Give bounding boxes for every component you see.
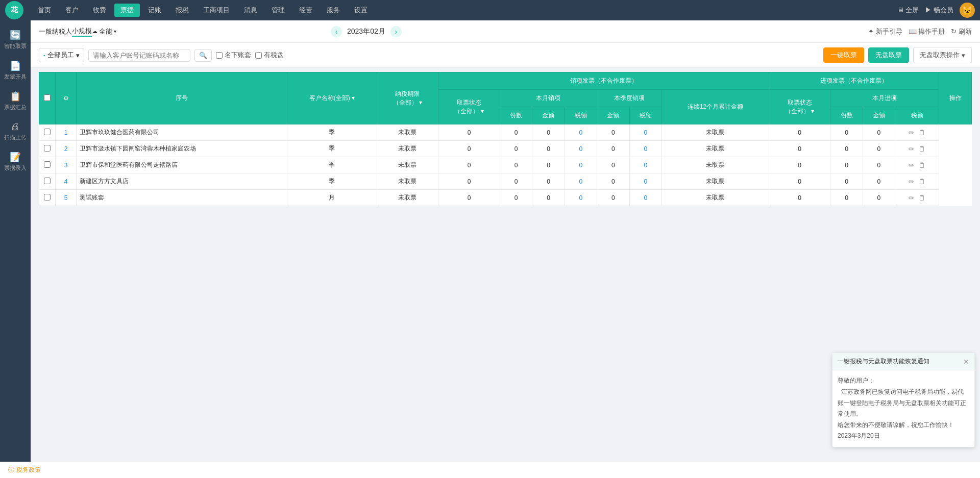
under-account-checkbox[interactable]: 名下账套: [216, 51, 251, 60]
edit-icon[interactable]: ✏: [909, 178, 915, 186]
detail-icon[interactable]: 🗒: [918, 194, 925, 202]
search-input[interactable]: [88, 49, 190, 62]
row-q-amount-link[interactable]: 0: [579, 162, 583, 169]
manual-btn[interactable]: 📖 操作手册: [909, 27, 945, 36]
has-disk-check[interactable]: [255, 52, 262, 59]
tab-small-scale[interactable]: 小规模: [72, 27, 92, 37]
row-q-amount-link[interactable]: 0: [579, 178, 583, 185]
sidebar-label-3: 扫描上传: [4, 134, 27, 141]
detail-icon[interactable]: 🗒: [918, 161, 925, 169]
th-checkbox: [39, 72, 56, 124]
sidebar-icon-1: 📄: [10, 60, 21, 71]
row-q-amount-link[interactable]: 0: [579, 145, 583, 153]
row-annual-link[interactable]: 0: [644, 129, 647, 136]
app-logo: 花: [5, 1, 23, 19]
fullscreen-btn[interactable]: 🖥 全屏: [897, 6, 919, 15]
sidebar-item-2[interactable]: 📋票据汇总: [0, 87, 31, 115]
row-client: 卫辉市保和堂医药有限公司走辖路店: [77, 157, 287, 173]
nav-item-报税[interactable]: 报税: [169, 4, 195, 17]
nav-item-经营[interactable]: 经营: [293, 4, 318, 17]
edit-icon[interactable]: ✏: [909, 145, 915, 153]
row-annual-link[interactable]: 0: [644, 194, 647, 202]
nav-item-首页[interactable]: 首页: [32, 4, 57, 17]
row-q-amount-link[interactable]: 0: [579, 129, 583, 136]
date-nav: ‹ 2023年02月 ›: [331, 26, 402, 37]
th-action: 操作: [939, 72, 972, 124]
search-button[interactable]: 🔍: [194, 49, 212, 62]
nav-item-收费[interactable]: 收费: [87, 4, 112, 17]
row-m-amount: 0: [500, 157, 532, 173]
sub-nav-left: 一般纳税人 小规模 ☁ 全能 ▾ ‹ 2023年02月 ›: [39, 26, 402, 37]
nav-item-票据[interactable]: 票据: [114, 4, 140, 17]
row-m-tax: 0: [532, 173, 565, 190]
row-q-tax: 0: [597, 190, 629, 206]
sidebar-icon-0: 🔄: [10, 30, 21, 41]
nav-item-服务[interactable]: 服务: [321, 4, 346, 17]
sidebar: 🔄智能取票📄发票开具📋票据汇总🖨扫描上传📝票据录入: [0, 20, 31, 478]
row-mi-amount: 0: [830, 124, 863, 141]
row-checkbox: [39, 157, 56, 173]
row-action: ✏ 🗒: [895, 141, 939, 157]
under-account-check[interactable]: [216, 52, 223, 59]
sidebar-item-4[interactable]: 📝票据录入: [0, 147, 31, 176]
row-period: 月: [287, 190, 377, 206]
nav-item-设置[interactable]: 设置: [348, 4, 374, 17]
row-check[interactable]: [44, 145, 51, 152]
row-mi-count: 0: [769, 190, 830, 206]
has-disk-checkbox[interactable]: 有税盘: [255, 51, 284, 60]
row-m-amount: 0: [500, 124, 532, 141]
th-q-tax: 税额: [629, 107, 662, 124]
row-annual-link[interactable]: 0: [644, 178, 647, 185]
tab-all-label: 全能: [99, 27, 112, 36]
sidebar-item-3[interactable]: 🖨扫描上传: [0, 117, 31, 145]
notice-close-btn[interactable]: ✕: [963, 358, 969, 366]
select-all-check[interactable]: [44, 94, 51, 101]
nav-items: 首页客户收费票据记账报税工商项目消息管理经营服务设置: [32, 4, 897, 17]
row-client: 卫辉市玖玖健合医药有限公司: [77, 124, 287, 141]
tax-policy-link[interactable]: ⓘ 税务政策: [8, 466, 41, 474]
next-month-btn[interactable]: ›: [390, 26, 402, 37]
row-mi-tax: 0: [863, 190, 895, 206]
edit-icon[interactable]: ✏: [909, 129, 915, 137]
guide-btn[interactable]: ✦ 新手引导: [868, 27, 902, 36]
row-fetch2: 未取票: [662, 190, 769, 206]
row-check[interactable]: [44, 194, 51, 200]
sidebar-label-2: 票据汇总: [4, 104, 27, 111]
row-check[interactable]: [44, 129, 51, 135]
row-q-tax: 0: [597, 157, 629, 173]
edit-icon[interactable]: ✏: [909, 194, 915, 202]
row-action: ✏ 🗒: [895, 173, 939, 190]
tab-all[interactable]: ☁ 全能 ▾: [92, 27, 116, 36]
sidebar-item-1[interactable]: 📄发票开具: [0, 56, 31, 85]
table-body: 1 卫辉市玖玖健合医药有限公司 季 未取票 0 0 0 0 0 0 未取票 0 …: [39, 124, 972, 206]
detail-icon[interactable]: 🗒: [918, 145, 925, 153]
prev-month-btn[interactable]: ‹: [331, 26, 342, 37]
row-fetch2: 未取票: [662, 141, 769, 157]
row-check[interactable]: [44, 161, 51, 168]
detail-icon[interactable]: 🗒: [918, 129, 925, 137]
sidebar-icon-3: 🖨: [11, 121, 20, 132]
no-disk-fetch-btn[interactable]: 无盘取票: [868, 47, 909, 63]
row-annual-link[interactable]: 0: [644, 145, 647, 153]
member-btn[interactable]: ▶ 畅会员: [925, 6, 953, 15]
edit-icon[interactable]: ✏: [909, 161, 915, 169]
row-check[interactable]: [44, 178, 51, 184]
detail-icon[interactable]: 🗒: [918, 178, 925, 186]
sidebar-label-1: 发票开具: [4, 73, 27, 81]
sidebar-item-0[interactable]: 🔄智能取票: [0, 26, 31, 54]
row-annual-link[interactable]: 0: [644, 162, 647, 169]
refresh-btn[interactable]: ↻ 刷新: [951, 27, 972, 36]
avatar[interactable]: 🐱: [960, 3, 975, 18]
row-annual: 0: [629, 124, 662, 141]
nav-item-记账[interactable]: 记账: [142, 4, 167, 17]
nav-item-工商项目[interactable]: 工商项目: [197, 4, 236, 17]
th-client: 客户名称(全部) ▾: [287, 72, 377, 124]
nav-item-消息[interactable]: 消息: [238, 4, 263, 17]
nav-item-管理[interactable]: 管理: [265, 4, 291, 17]
tab-general-taxpayer[interactable]: 一般纳税人: [39, 27, 72, 36]
nav-item-客户[interactable]: 客户: [59, 4, 85, 17]
one-click-fetch-btn[interactable]: 一键取票: [823, 47, 864, 63]
row-q-amount-link[interactable]: 0: [579, 194, 583, 202]
no-disk-ops-btn[interactable]: 无盘取票操作 ▾: [913, 47, 972, 63]
employee-select[interactable]: ▪ 全部员工 ▾: [39, 48, 84, 62]
